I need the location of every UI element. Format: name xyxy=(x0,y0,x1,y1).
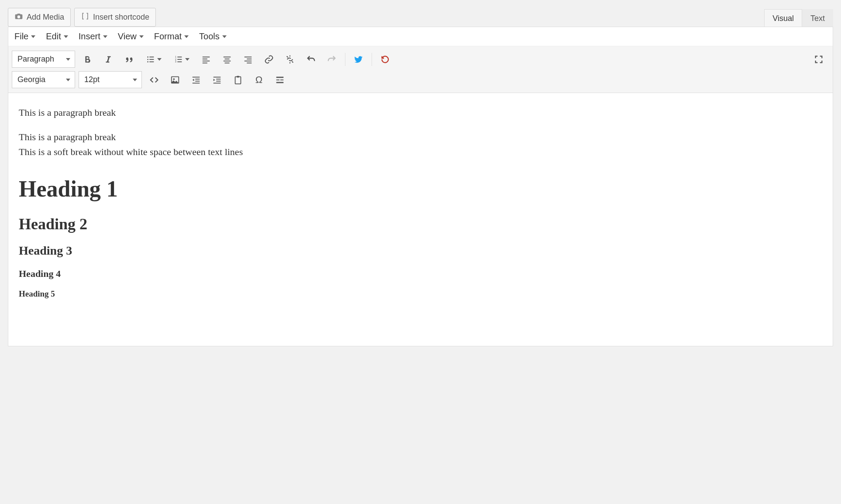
align-right-button[interactable] xyxy=(239,52,257,67)
svg-text:T: T xyxy=(237,79,239,83)
svg-rect-29 xyxy=(193,83,200,83)
read-more-button[interactable] xyxy=(271,72,289,88)
paragraph: This is a paragraph break xyxy=(19,105,822,120)
camera-icon xyxy=(14,12,23,23)
numbered-list-button[interactable]: 123 xyxy=(169,52,194,67)
tab-text[interactable]: Text xyxy=(802,9,833,27)
svg-rect-3 xyxy=(149,59,154,60)
menu-view[interactable]: View xyxy=(118,31,144,41)
link-button[interactable] xyxy=(260,52,278,67)
svg-rect-22 xyxy=(245,60,252,61)
svg-rect-9 xyxy=(177,59,182,60)
svg-rect-32 xyxy=(216,80,221,81)
font-size-select[interactable]: 12pt xyxy=(79,71,142,88)
svg-rect-14 xyxy=(203,60,210,61)
svg-rect-16 xyxy=(224,56,231,57)
undo-button[interactable] xyxy=(302,52,320,67)
special-character-button[interactable]: Ω xyxy=(250,72,268,88)
insert-shortcode-label: Insert shortcode xyxy=(93,13,149,22)
svg-rect-15 xyxy=(203,62,207,63)
chevron-down-icon xyxy=(184,35,189,38)
svg-rect-30 xyxy=(214,76,221,77)
format-select[interactable]: Paragraph xyxy=(12,51,75,68)
source-code-button[interactable] xyxy=(145,72,163,88)
menu-format[interactable]: Format xyxy=(154,31,189,41)
svg-rect-20 xyxy=(245,56,252,57)
heading-5: Heading 5 xyxy=(19,289,822,299)
menu-tools[interactable]: Tools xyxy=(199,31,227,41)
twitter-button[interactable] xyxy=(350,52,367,67)
image-button[interactable] xyxy=(166,72,184,88)
svg-rect-18 xyxy=(224,60,231,61)
chevron-down-icon xyxy=(222,35,227,38)
svg-point-25 xyxy=(173,78,175,80)
svg-rect-17 xyxy=(225,59,230,59)
add-media-label: Add Media xyxy=(27,13,64,22)
svg-rect-23 xyxy=(247,62,252,63)
menu-insert[interactable]: Insert xyxy=(79,31,107,41)
bullet-list-button[interactable] xyxy=(141,52,166,67)
svg-rect-33 xyxy=(214,83,221,83)
paragraph: This is a paragraph break This is a soft… xyxy=(19,130,822,159)
fullscreen-button[interactable] xyxy=(810,52,827,67)
chevron-down-icon xyxy=(133,79,137,81)
svg-point-2 xyxy=(147,59,148,60)
svg-rect-19 xyxy=(225,62,230,63)
heading-3: Heading 3 xyxy=(19,244,822,258)
svg-rect-1 xyxy=(149,56,154,57)
insert-shortcode-button[interactable]: Insert shortcode xyxy=(74,8,156,27)
chevron-down-icon xyxy=(31,35,35,38)
font-family-select[interactable]: Georgia xyxy=(12,71,75,88)
indent-button[interactable] xyxy=(208,72,226,88)
svg-rect-7 xyxy=(177,56,182,57)
separator xyxy=(345,53,345,66)
chevron-down-icon xyxy=(66,58,70,61)
align-center-button[interactable] xyxy=(218,52,236,67)
svg-rect-37 xyxy=(276,76,284,78)
heading-2: Heading 2 xyxy=(19,215,822,233)
editor-container: File Edit Insert View Format Tools Parag… xyxy=(8,27,833,346)
blockquote-button[interactable] xyxy=(121,52,138,67)
svg-rect-31 xyxy=(216,79,221,79)
svg-rect-27 xyxy=(195,79,200,79)
svg-text:3: 3 xyxy=(175,60,176,63)
italic-button[interactable] xyxy=(100,52,117,67)
svg-rect-21 xyxy=(247,59,252,59)
chevron-down-icon xyxy=(185,58,190,61)
align-left-button[interactable] xyxy=(197,52,215,67)
omega-icon: Ω xyxy=(255,74,262,86)
redo-button[interactable] xyxy=(323,52,341,67)
menu-edit[interactable]: Edit xyxy=(46,31,68,41)
bold-button[interactable] xyxy=(79,52,96,67)
menu-file[interactable]: File xyxy=(14,31,35,41)
svg-rect-5 xyxy=(149,61,154,62)
toolbar: Paragraph 123 xyxy=(8,46,833,93)
chevron-down-icon xyxy=(103,35,107,38)
reset-button[interactable] xyxy=(376,52,394,67)
chevron-down-icon xyxy=(139,35,144,38)
chevron-down-icon xyxy=(66,79,70,81)
svg-rect-39 xyxy=(280,79,283,80)
chevron-down-icon xyxy=(64,35,68,38)
shortcode-icon xyxy=(81,12,90,23)
svg-point-0 xyxy=(147,56,148,58)
separator xyxy=(372,53,372,66)
svg-point-4 xyxy=(147,61,148,62)
tab-visual[interactable]: Visual xyxy=(764,9,802,27)
svg-rect-35 xyxy=(237,76,239,77)
paste-text-button[interactable]: T xyxy=(229,72,247,88)
editor-content[interactable]: This is a paragraph break This is a para… xyxy=(8,93,833,346)
svg-rect-11 xyxy=(177,61,182,62)
heading-4: Heading 4 xyxy=(19,268,822,280)
svg-rect-26 xyxy=(193,76,200,77)
svg-rect-13 xyxy=(203,59,207,59)
svg-rect-28 xyxy=(195,80,200,81)
svg-rect-40 xyxy=(276,82,284,83)
add-media-button[interactable]: Add Media xyxy=(8,8,71,27)
outdent-button[interactable] xyxy=(187,72,205,88)
svg-rect-38 xyxy=(276,79,279,80)
chevron-down-icon xyxy=(157,58,162,61)
unlink-button[interactable] xyxy=(281,52,299,67)
menubar: File Edit Insert View Format Tools xyxy=(8,27,833,46)
heading-1: Heading 1 xyxy=(19,176,822,202)
